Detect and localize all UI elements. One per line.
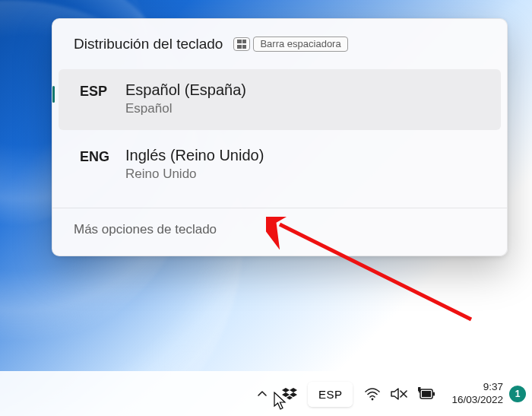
layout-title: Español (España) bbox=[125, 81, 246, 99]
spacebar-keycap: Barra espaciadora bbox=[253, 37, 347, 52]
notification-count: 1 bbox=[515, 389, 521, 399]
desktop: Distribución del teclado Barra espaciado… bbox=[0, 0, 532, 416]
taskbar-clock[interactable]: 9:37 16/03/2022 bbox=[445, 381, 505, 407]
language-code: ESP bbox=[318, 388, 343, 401]
layout-list: ESP Español (España) Español ENG Inglés … bbox=[52, 69, 507, 203]
keyboard-layout-flyout: Distribución del teclado Barra espaciado… bbox=[52, 18, 508, 256]
wifi-icon bbox=[365, 386, 380, 402]
more-keyboard-options-label: Más opciones de teclado bbox=[74, 222, 217, 237]
flyout-title: Distribución del teclado bbox=[74, 36, 223, 52]
quick-settings-button[interactable] bbox=[357, 386, 444, 402]
cursor-icon bbox=[274, 392, 287, 411]
language-indicator[interactable]: ESP bbox=[308, 382, 353, 407]
taskbar: ESP bbox=[0, 371, 532, 416]
system-tray: ESP bbox=[250, 372, 526, 416]
volume-muted-icon bbox=[391, 386, 407, 402]
svg-rect-4 bbox=[422, 391, 431, 397]
layout-title: Inglés (Reino Unido) bbox=[125, 147, 264, 164]
svg-rect-5 bbox=[418, 387, 421, 391]
layout-sub: Reino Unido bbox=[125, 167, 264, 182]
layout-item-esp[interactable]: ESP Español (España) Español bbox=[59, 69, 501, 130]
chevron-up-icon bbox=[256, 388, 268, 400]
svg-rect-3 bbox=[433, 392, 435, 396]
notification-badge[interactable]: 1 bbox=[509, 386, 526, 402]
layout-code: ENG bbox=[80, 147, 125, 165]
flyout-header: Distribución del teclado Barra espaciado… bbox=[52, 19, 507, 69]
layout-text: Español (España) Español bbox=[125, 81, 246, 116]
tray-overflow-button[interactable] bbox=[250, 377, 274, 411]
svg-point-1 bbox=[372, 399, 374, 401]
keyboard-shortcut-hint: Barra espaciadora bbox=[233, 37, 347, 52]
clock-time: 9:37 bbox=[451, 381, 503, 394]
windows-key-icon bbox=[233, 37, 250, 51]
clock-date: 16/03/2022 bbox=[451, 394, 503, 407]
layout-sub: Español bbox=[125, 101, 246, 116]
layout-text: Inglés (Reino Unido) Reino Unido bbox=[125, 147, 264, 182]
battery-charging-icon bbox=[418, 387, 436, 401]
more-keyboard-options-link[interactable]: Más opciones de teclado bbox=[52, 208, 507, 256]
layout-code: ESP bbox=[80, 81, 125, 100]
layout-item-eng[interactable]: ENG Inglés (Reino Unido) Reino Unido bbox=[59, 135, 501, 195]
